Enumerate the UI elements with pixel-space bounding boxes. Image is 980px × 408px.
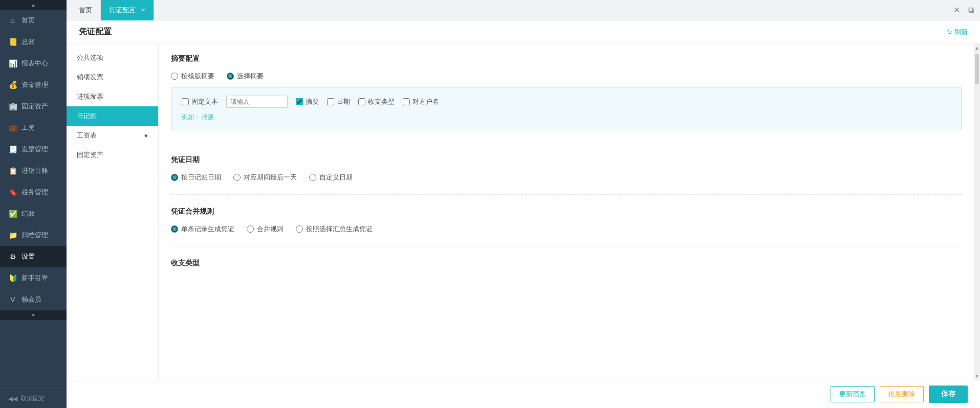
reports-icon: 📊 xyxy=(8,59,17,67)
summary-config-section: 摘要配置 按模版摘要 选择摘要 xyxy=(171,54,962,143)
sidebar-item-tax[interactable]: 🔖 税务管理 xyxy=(0,182,67,203)
restore-window-button[interactable]: ⧉ xyxy=(966,4,976,17)
income-expense-section: 收支类型 xyxy=(171,259,962,288)
home-icon: ⌂ xyxy=(8,16,17,25)
scroll-thumb[interactable] xyxy=(975,54,979,84)
tab-voucher-config[interactable]: 凭证配置 ✕ xyxy=(101,0,154,20)
fixed-text-checkbox[interactable]: 固定文本 xyxy=(182,97,218,106)
last-day-input[interactable] xyxy=(233,174,241,181)
update-preview-button[interactable]: 更新预览 xyxy=(831,386,875,402)
summary-checkbox[interactable]: 摘要 xyxy=(296,97,319,106)
funds-icon: 💰 xyxy=(8,81,17,89)
sidebar-item-reports[interactable]: 📊 报表中心 xyxy=(0,53,67,74)
close-window-button[interactable]: ✕ xyxy=(951,3,962,17)
scroll-track: ▲ ▼ xyxy=(974,44,980,380)
single-record-input[interactable] xyxy=(171,225,178,233)
sidebar-item-home[interactable]: ⌂ 首页 xyxy=(0,10,67,31)
summary-checkbox-row: 固定文本 摘要 日期 xyxy=(182,96,951,108)
save-button[interactable]: 保存 xyxy=(929,386,968,403)
guide-icon: 🔰 xyxy=(8,274,17,282)
right-content: 摘要配置 按模版摘要 选择摘要 xyxy=(159,44,974,380)
settlement-icon: ✅ xyxy=(8,210,17,218)
template-summary-input[interactable] xyxy=(171,73,178,80)
left-nav-journal[interactable]: 日记账 xyxy=(67,106,158,126)
income-expense-title: 收支类型 xyxy=(171,259,962,268)
template-summary-radio[interactable]: 按模版摘要 xyxy=(171,72,214,81)
date-input[interactable] xyxy=(327,98,334,105)
ledger-icon: 📒 xyxy=(8,38,17,46)
fixed-text-field[interactable] xyxy=(226,96,288,108)
sidebar-item-reports-label: 报表中心 xyxy=(21,59,48,68)
counterpart-input[interactable] xyxy=(403,98,410,105)
sidebar-item-archive[interactable]: 📁 归档管理 xyxy=(0,224,67,246)
by-selection-merge-radio[interactable]: 按照选择汇总生成凭证 xyxy=(296,224,373,234)
by-journal-date-input[interactable] xyxy=(171,174,178,181)
sidebar-item-assets-label: 固定资产 xyxy=(21,102,48,111)
invoice-mgmt-icon: 🧾 xyxy=(8,145,17,153)
tab-voucher-config-label: 凭证配置 xyxy=(109,6,136,15)
chevron-down-icon: ▾ xyxy=(144,132,148,140)
left-nav-sales-invoice[interactable]: 销项发票 xyxy=(67,67,158,87)
cancel-pin-button[interactable]: ◀◀ 取消固定 xyxy=(0,389,67,408)
select-summary-input[interactable] xyxy=(227,73,234,80)
last-day-label: 对应期间最后一天 xyxy=(244,173,297,182)
summary-radio-group: 按模版摘要 选择摘要 xyxy=(171,72,962,81)
sidebar-item-guide[interactable]: 🔰 新手引导 xyxy=(0,267,67,289)
income-type-input[interactable] xyxy=(358,98,365,105)
purchase-sales-icon: 📋 xyxy=(8,167,17,175)
sidebar-item-tax-label: 税务管理 xyxy=(21,188,48,197)
sidebar-item-settlement[interactable]: ✅ 结账 xyxy=(0,203,67,224)
tab-bar-right: ✕ ⧉ xyxy=(951,3,976,17)
tab-home[interactable]: 首页 xyxy=(71,0,101,20)
date-checkbox[interactable]: 日期 xyxy=(327,97,350,106)
by-selection-merge-input[interactable] xyxy=(296,225,303,233)
payroll-icon: 💼 xyxy=(8,124,17,132)
fixed-text-input[interactable] xyxy=(182,98,189,105)
custom-date-input[interactable] xyxy=(309,174,316,181)
single-record-label: 单条记录生成凭证 xyxy=(181,224,234,234)
left-nav-purchase-invoice[interactable]: 进项发票 xyxy=(67,87,158,106)
sidebar-item-invoice-mgmt[interactable]: 🧾 发票管理 xyxy=(0,139,67,160)
voucher-merge-title: 凭证合并规则 xyxy=(171,207,962,216)
sidebar-scroll-up[interactable]: ▲ xyxy=(0,0,67,10)
left-nav-fixed-assets[interactable]: 固定资产 xyxy=(67,145,158,165)
single-record-radio[interactable]: 单条记录生成凭证 xyxy=(171,224,234,234)
tab-close-icon[interactable]: ✕ xyxy=(141,7,145,13)
voucher-merge-section: 凭证合并规则 单条记录生成凭证 合并规则 按照选择汇总生成凭证 xyxy=(171,207,962,246)
by-journal-date-radio[interactable]: 按日记账日期 xyxy=(171,173,221,182)
custom-date-radio[interactable]: 自定义日期 xyxy=(309,173,353,182)
sidebar: ▲ ⌂ 首页 📒 总账 📊 报表中心 💰 资金管理 🏢 固定资产 💼 工资 🧾 … xyxy=(0,0,67,408)
tax-icon: 🔖 xyxy=(8,188,17,196)
sidebar-item-assets[interactable]: 🏢 固定资产 xyxy=(0,96,67,117)
select-summary-radio[interactable]: 选择摘要 xyxy=(227,72,264,81)
left-nav-public[interactable]: 公共选项 xyxy=(67,48,158,67)
sidebar-item-settings[interactable]: ⚙ 设置 xyxy=(0,246,67,267)
refresh-button[interactable]: ↻ 刷新 xyxy=(947,28,968,37)
example-text: 例如： 摘要 xyxy=(182,113,951,122)
sidebar-item-settings-label: 设置 xyxy=(21,252,35,261)
page-title: 凭证配置 xyxy=(79,27,112,37)
income-type-checkbox[interactable]: 收支类型 xyxy=(358,97,395,106)
batch-delete-button[interactable]: 批量删除 xyxy=(880,386,924,402)
sidebar-item-ledger[interactable]: 📒 总账 xyxy=(0,31,67,53)
sidebar-item-purchase-sales[interactable]: 📋 进销台账 xyxy=(0,160,67,182)
sidebar-scroll-down[interactable]: ▼ xyxy=(0,310,67,320)
left-nav-payroll-sheet[interactable]: 工资表 ▾ xyxy=(67,126,158,145)
summary-input[interactable] xyxy=(296,98,303,105)
merge-rule-input[interactable] xyxy=(247,225,254,233)
sidebar-item-vip[interactable]: V 畅会员 xyxy=(0,289,67,310)
scroll-up-arrow[interactable]: ▲ xyxy=(973,44,980,52)
assets-icon: 🏢 xyxy=(8,102,17,110)
merge-rule-radio[interactable]: 合并规则 xyxy=(247,224,284,234)
date-checkbox-label: 日期 xyxy=(337,97,350,106)
fixed-text-label: 固定文本 xyxy=(191,97,218,106)
last-day-radio[interactable]: 对应期间最后一天 xyxy=(233,173,297,182)
counterpart-checkbox[interactable]: 对方户名 xyxy=(403,97,439,106)
vip-icon: V xyxy=(8,296,17,304)
sidebar-item-funds-label: 资金管理 xyxy=(21,80,48,89)
sidebar-item-funds[interactable]: 💰 资金管理 xyxy=(0,74,67,96)
scroll-down-arrow[interactable]: ▼ xyxy=(973,372,980,380)
sidebar-item-payroll[interactable]: 💼 工资 xyxy=(0,117,67,139)
bottom-bar: 更新预览 批量删除 保存 xyxy=(67,380,980,408)
sidebar-item-purchase-sales-label: 进销台账 xyxy=(21,166,48,175)
